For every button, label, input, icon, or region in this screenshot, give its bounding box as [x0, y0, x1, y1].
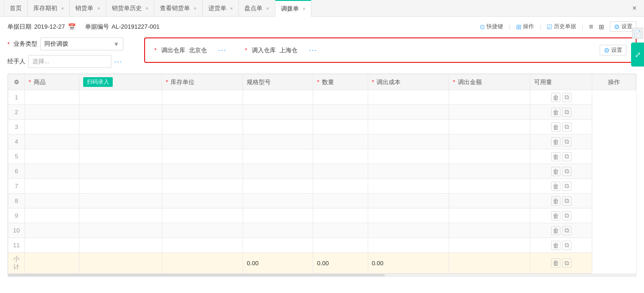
unit-cell[interactable]	[79, 179, 162, 194]
amount-cell[interactable]	[368, 164, 449, 179]
qty-cell[interactable]	[243, 194, 313, 208]
tab-inventory-check-close[interactable]: ×	[266, 6, 269, 11]
product-cell[interactable]	[25, 208, 79, 223]
cost-cell[interactable]	[313, 194, 368, 208]
delete-icon[interactable]: 🗑	[551, 167, 560, 176]
available-cell[interactable]	[449, 134, 530, 149]
available-cell[interactable]	[449, 120, 530, 134]
available-cell[interactable]	[449, 149, 530, 164]
cost-cell[interactable]	[313, 90, 368, 105]
copy-icon[interactable]: ⧉	[562, 108, 571, 117]
tab-sales-order-close[interactable]: ×	[97, 6, 100, 11]
tab-transfer[interactable]: 调拨单 ×	[275, 0, 311, 17]
horizontal-scrollbar[interactable]	[8, 274, 636, 276]
product-cell[interactable]	[25, 134, 79, 149]
unit-cell[interactable]	[79, 223, 162, 238]
business-type-select[interactable]: 同价调拨 ▼	[40, 37, 123, 50]
qty-cell[interactable]	[243, 208, 313, 223]
unit-cell[interactable]	[79, 120, 162, 134]
qty-cell[interactable]	[243, 105, 313, 120]
scan-button[interactable]: 扫码录入	[83, 77, 113, 87]
table-header-gear[interactable]: ⚙	[8, 74, 25, 90]
available-cell[interactable]	[449, 194, 530, 208]
scrollbar-thumb[interactable]	[8, 274, 385, 277]
copy-icon[interactable]: ⧉	[562, 182, 571, 191]
warehouse-in-more-button[interactable]: ···	[309, 45, 317, 55]
available-cell[interactable]	[449, 238, 530, 253]
tab-purchase[interactable]: 进货单 ×	[203, 0, 239, 17]
handler-select[interactable]: 选择...	[28, 55, 111, 68]
amount-cell[interactable]	[368, 120, 449, 134]
subtotal-delete-icon[interactable]: 🗑	[551, 258, 560, 268]
product-cell[interactable]	[25, 238, 79, 253]
tab-purchase-close[interactable]: ×	[230, 6, 233, 11]
copy-icon[interactable]: ⧉	[562, 167, 571, 176]
spec-cell[interactable]	[162, 164, 243, 179]
product-cell[interactable]	[25, 149, 79, 164]
copy-icon[interactable]: ⧉	[562, 241, 571, 250]
product-cell[interactable]	[25, 164, 79, 179]
amount-cell[interactable]	[368, 238, 449, 253]
tab-sales-order[interactable]: 销货单 ×	[70, 0, 106, 17]
spec-cell[interactable]	[162, 238, 243, 253]
copy-icon[interactable]: ⧉	[562, 211, 571, 220]
available-cell[interactable]	[449, 164, 530, 179]
delete-icon[interactable]: 🗑	[551, 137, 560, 146]
operations-button[interactable]: ⊞ 操作	[516, 23, 534, 31]
cost-cell[interactable]	[313, 149, 368, 164]
delete-icon[interactable]: 🗑	[551, 108, 560, 117]
unit-cell[interactable]	[79, 208, 162, 223]
spec-cell[interactable]	[162, 90, 243, 105]
spec-cell[interactable]	[162, 120, 243, 134]
history-button[interactable]: ☑ 历史单据	[547, 23, 576, 31]
tab-view-sales[interactable]: 查看销货单 ×	[154, 0, 202, 17]
delete-icon[interactable]: 🗑	[551, 196, 560, 206]
delete-icon[interactable]: 🗑	[551, 152, 560, 161]
spec-cell[interactable]	[162, 149, 243, 164]
copy-icon[interactable]: ⧉	[562, 122, 571, 132]
spec-cell[interactable]	[162, 208, 243, 223]
delete-icon[interactable]: 🗑	[551, 122, 560, 132]
handler-more-button[interactable]: ···	[114, 57, 122, 67]
product-cell[interactable]	[25, 120, 79, 134]
product-cell[interactable]	[25, 194, 79, 208]
spec-cell[interactable]	[162, 134, 243, 149]
layout-icon-1[interactable]: ≡	[589, 23, 593, 31]
tab-view-sales-close[interactable]: ×	[194, 6, 196, 11]
available-cell[interactable]	[449, 179, 530, 194]
qty-cell[interactable]	[243, 179, 313, 194]
qty-cell[interactable]	[243, 120, 313, 134]
qty-cell[interactable]	[243, 149, 313, 164]
shortcut-button[interactable]: ⊙ 快捷键	[480, 23, 503, 31]
delete-icon[interactable]: 🗑	[551, 226, 560, 235]
tab-inventory-init-close[interactable]: ×	[61, 6, 64, 11]
qty-cell[interactable]	[243, 164, 313, 179]
warehouse-out-more-button[interactable]: ···	[218, 45, 226, 55]
cost-cell[interactable]	[313, 120, 368, 134]
tab-sales-history-close[interactable]: ×	[146, 6, 148, 11]
sidebar-document-button[interactable]: 📄	[632, 28, 643, 39]
amount-cell[interactable]	[368, 90, 449, 105]
amount-cell[interactable]	[368, 149, 449, 164]
amount-cell[interactable]	[368, 134, 449, 149]
amount-cell[interactable]	[368, 179, 449, 194]
cost-cell[interactable]	[313, 179, 368, 194]
qty-cell[interactable]	[243, 134, 313, 149]
cost-cell[interactable]	[313, 105, 368, 120]
calendar-icon[interactable]: 📅	[68, 23, 76, 31]
qty-cell[interactable]	[243, 90, 313, 105]
tab-inventory-init[interactable]: 库存期初 ×	[28, 0, 70, 17]
spec-cell[interactable]	[162, 179, 243, 194]
amount-cell[interactable]	[368, 223, 449, 238]
copy-icon[interactable]: ⧉	[562, 137, 571, 146]
sidebar-expand-button[interactable]: ⤢	[631, 43, 644, 67]
copy-icon[interactable]: ⧉	[562, 196, 571, 206]
cost-cell[interactable]	[313, 238, 368, 253]
cost-cell[interactable]	[313, 208, 368, 223]
layout-icon-2[interactable]: ⊞	[599, 23, 604, 31]
unit-cell[interactable]	[79, 238, 162, 253]
amount-cell[interactable]	[368, 208, 449, 223]
product-cell[interactable]	[25, 90, 79, 105]
available-cell[interactable]	[449, 208, 530, 223]
delete-icon[interactable]: 🗑	[551, 211, 560, 220]
